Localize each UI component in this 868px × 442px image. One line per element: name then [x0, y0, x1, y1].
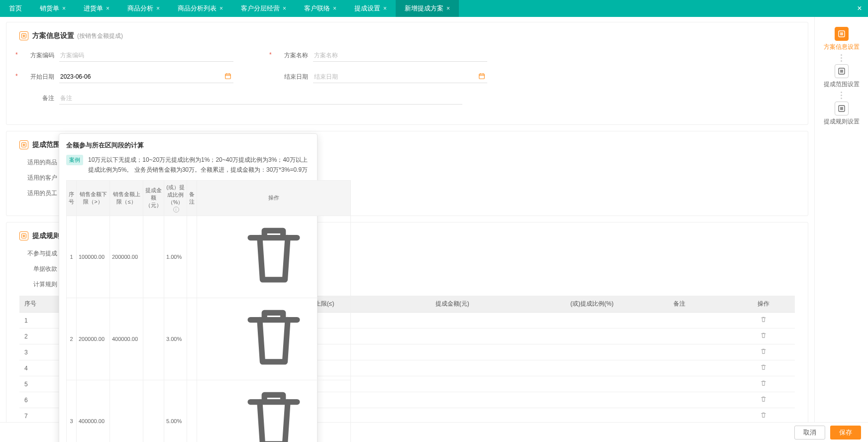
- label-calc-rule: 计算规则: [19, 280, 57, 289]
- cell: 400000.00: [110, 298, 143, 380]
- cell[interactable]: [516, 313, 669, 329]
- close-icon[interactable]: ×: [62, 5, 66, 12]
- popover-tag: 案例: [66, 155, 83, 165]
- col-header: 备注: [668, 296, 732, 313]
- cell[interactable]: [389, 313, 516, 329]
- close-icon[interactable]: ×: [219, 5, 223, 12]
- list-icon: [835, 102, 849, 115]
- cell[interactable]: [389, 376, 516, 392]
- col-header: (或）提成比例（%） i: [164, 180, 187, 216]
- tab-客户联络[interactable]: 客户联络×: [295, 0, 345, 17]
- close-icon[interactable]: ×: [333, 5, 336, 12]
- col-header: 操作: [732, 296, 795, 313]
- cell[interactable]: [516, 392, 669, 408]
- trash-icon[interactable]: [760, 412, 767, 419]
- list-icon: [835, 64, 849, 78]
- list-icon: [19, 231, 28, 240]
- cell: [187, 216, 197, 298]
- trash-icon[interactable]: [199, 371, 348, 377]
- cell[interactable]: [668, 376, 732, 392]
- calendar-icon[interactable]: [478, 73, 485, 81]
- cell: [197, 216, 351, 298]
- tab-进货单[interactable]: 进货单×: [75, 0, 118, 17]
- tab-首页[interactable]: 首页: [0, 0, 31, 17]
- trash-icon[interactable]: [760, 364, 767, 371]
- close-icon[interactable]: ×: [106, 5, 109, 12]
- step-connector: [815, 53, 868, 62]
- cell: 1: [67, 216, 77, 298]
- cell: [143, 298, 164, 380]
- cell: 2: [67, 298, 77, 380]
- popover-table: 序号销售金额下限（>）销售金额上限（≤）提成金额（元）(或）提成比例（%） i备…: [66, 180, 351, 422]
- label-end-date: 结束日期: [273, 73, 308, 81]
- col-header: 销售金额上限（≤）: [110, 180, 143, 216]
- tab-客户分层经营[interactable]: 客户分层经营×: [232, 0, 295, 17]
- input-start-date[interactable]: [59, 71, 233, 83]
- cell[interactable]: [389, 392, 516, 408]
- cell[interactable]: [516, 360, 669, 376]
- cell[interactable]: [389, 360, 516, 376]
- col-header: 提成金额(元): [389, 296, 516, 313]
- input-end-date[interactable]: [313, 71, 487, 83]
- cell: [187, 380, 197, 422]
- close-icon[interactable]: ×: [446, 5, 450, 12]
- cell[interactable]: [668, 313, 732, 329]
- cell[interactable]: [516, 376, 669, 392]
- close-icon[interactable]: ×: [383, 5, 387, 12]
- cell[interactable]: [668, 392, 732, 408]
- cell[interactable]: [516, 408, 669, 423]
- trash-icon[interactable]: [760, 316, 767, 323]
- close-all-button[interactable]: ×: [851, 0, 868, 17]
- input-remark[interactable]: [59, 92, 462, 105]
- step-label: 方案信息设置: [824, 43, 860, 51]
- popover-text: 10万元以下无提成；10~20万元提成比例为1%；20~40万提成比例为3%；4…: [88, 155, 310, 175]
- step-0[interactable]: 方案信息设置: [815, 27, 868, 51]
- cell: [187, 298, 197, 380]
- calendar-icon[interactable]: [224, 73, 231, 81]
- close-icon[interactable]: ×: [156, 5, 160, 12]
- cell[interactable]: [516, 329, 669, 344]
- cell[interactable]: [668, 329, 732, 344]
- list-icon: [19, 31, 28, 40]
- cell: [732, 344, 795, 360]
- step-1[interactable]: 提成范围设置: [815, 64, 868, 89]
- cell: [732, 329, 795, 344]
- trash-icon[interactable]: [760, 380, 767, 387]
- info-icon[interactable]: i: [173, 207, 179, 213]
- label-receipt: 单据收款: [19, 265, 57, 273]
- label-remark: 备注: [19, 94, 54, 103]
- cell: 1.00%: [164, 216, 187, 298]
- trash-icon[interactable]: [760, 332, 767, 339]
- input-plan-code[interactable]: [59, 49, 233, 62]
- table-row: 1100000.00200000.001.00%: [67, 216, 351, 298]
- cell: 200000.00: [110, 216, 143, 298]
- cell[interactable]: [668, 360, 732, 376]
- label-goods-scope: 适用的商品: [19, 158, 57, 167]
- step-2[interactable]: 提成规则设置: [815, 102, 868, 126]
- tab-商品分析列表[interactable]: 商品分析列表×: [169, 0, 232, 17]
- cell: [732, 408, 795, 423]
- tab-提成设置[interactable]: 提成设置×: [345, 0, 396, 17]
- cell[interactable]: [389, 344, 516, 360]
- tab-新增提成方案[interactable]: 新增提成方案×: [396, 0, 459, 17]
- step-label: 提成范围设置: [824, 80, 860, 89]
- cell: [197, 298, 351, 380]
- cell: [732, 313, 795, 329]
- trash-icon[interactable]: [760, 348, 767, 355]
- tab-商品分析[interactable]: 商品分析×: [118, 0, 169, 17]
- cell[interactable]: [516, 344, 669, 360]
- cell[interactable]: [389, 408, 516, 423]
- cell[interactable]: [668, 408, 732, 423]
- tab-销货单[interactable]: 销货单×: [31, 0, 75, 17]
- trash-icon[interactable]: [199, 289, 348, 295]
- trash-icon[interactable]: [760, 396, 767, 403]
- cell[interactable]: [668, 344, 732, 360]
- col-header: 备注: [187, 180, 197, 216]
- table-row: 3400000.005.00%: [67, 380, 351, 422]
- cell[interactable]: [389, 329, 516, 344]
- close-icon[interactable]: ×: [283, 5, 286, 12]
- cell: 200000.00: [77, 298, 110, 380]
- cell: [732, 376, 795, 392]
- input-plan-name[interactable]: [313, 49, 487, 62]
- example-popover: 全额参与所在区间段的计算 案例 10万元以下无提成；10~20万元提成比例为1%…: [59, 133, 318, 422]
